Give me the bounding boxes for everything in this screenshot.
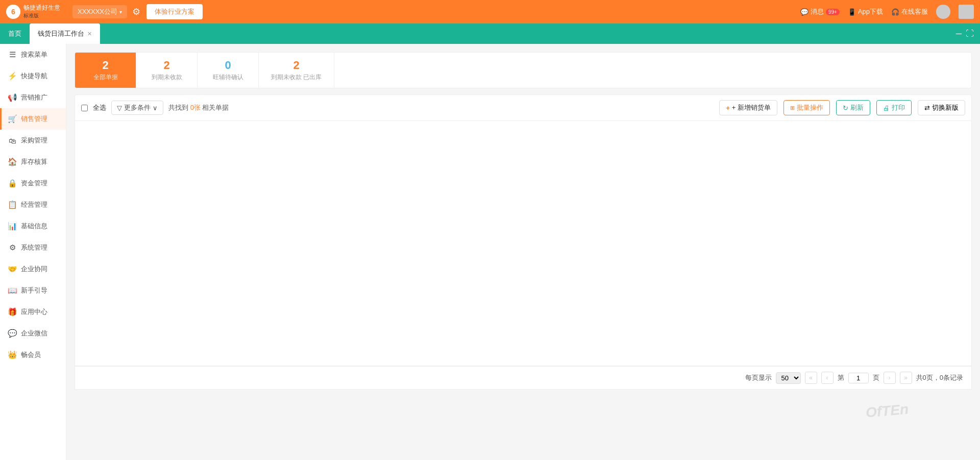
batch-operation-button[interactable]: ⊞ 批量操作 — [783, 100, 830, 115]
stats-tab-overdue[interactable]: 2 到期未收款 — [136, 53, 198, 88]
last-page-button[interactable]: » — [900, 372, 912, 384]
expand-icon[interactable]: ⛶ — [966, 29, 974, 38]
sidebar-item-wechat[interactable]: 💬 企业微信 — [0, 323, 66, 344]
settings-btn[interactable]: ⚙ — [132, 6, 140, 17]
sales-icon: 🛒 — [8, 114, 17, 124]
tab-workbench[interactable]: 钱货日清工作台 ✕ — [30, 23, 100, 44]
page-label: 第 — [838, 373, 844, 382]
message-badge: 99+ — [826, 9, 840, 15]
headset-icon: 🎧 — [891, 8, 899, 16]
tab-bar: 首页 钱货日清工作台 ✕ ─ ⛶ — [0, 23, 980, 44]
sidebar-item-marketing[interactable]: 📢 营销推广 — [0, 87, 66, 108]
page-size-select[interactable]: 50 — [776, 372, 801, 384]
stats-tabs: 2 全部单据 2 到期未收款 0 旺辅待确认 2 到期未收款 已出库 — [75, 52, 972, 88]
top-header: 6 畅捷通好生意 标准版 XXXXXX公司 ▾ ⚙ 体验行业方案 💬 消息 99… — [0, 0, 980, 23]
guide-icon: 📖 — [8, 286, 17, 295]
message-btn[interactable]: 💬 消息 99+ — [800, 7, 840, 16]
next-page-button[interactable]: › — [884, 372, 896, 384]
chevron-icon: ∨ — [153, 104, 158, 112]
wechat-icon: 💬 — [8, 329, 17, 338]
sidebar-item-enterprise[interactable]: 🤝 企业协同 — [0, 258, 66, 280]
filter-icon: ▽ — [117, 104, 122, 112]
purchase-icon: 🛍 — [8, 136, 17, 145]
finance-icon: 🔒 — [8, 179, 17, 188]
minimize-icon[interactable]: ─ — [956, 29, 962, 38]
refresh-button[interactable]: ↻ 刷新 — [836, 100, 870, 115]
sidebar-item-quicknav[interactable]: ⚡ 快捷导航 — [0, 65, 66, 87]
gear-icon: ⚙ — [132, 7, 140, 17]
company-selector[interactable]: XXXXXX公司 ▾ — [72, 5, 127, 18]
operation-icon: 📋 — [8, 200, 17, 209]
tab-bar-actions: ─ ⛶ — [956, 29, 980, 38]
sidebar-item-operation[interactable]: 📋 经营管理 — [0, 194, 66, 215]
chevron-down-icon: ▾ — [119, 9, 122, 15]
sidebar-item-search[interactable]: ☰ 搜索菜单 — [0, 44, 66, 65]
sidebar: ☰ 搜索菜单 ⚡ 快捷导航 📢 营销推广 🛒 销售管理 🛍 采购管理 🏠 库存核… — [0, 44, 66, 460]
enterprise-icon: 🤝 — [8, 264, 17, 274]
header-center: 体验行业方案 — [140, 4, 800, 19]
toolbar-right: + + 新增销货单 ⊞ 批量操作 ↻ 刷新 🖨 打印 ⇄ 切换新版 — [719, 100, 965, 115]
per-page-label: 每页显示 — [745, 373, 772, 382]
message-icon: 💬 — [800, 8, 808, 16]
logo-area: 6 畅捷通好生意 标准版 — [6, 4, 72, 19]
sidebar-item-sales[interactable]: 🛒 销售管理 — [0, 108, 66, 130]
found-text: 共找到 0张 相关单据 — [168, 103, 229, 112]
pagination: 每页显示 50 « ‹ 第 页 › » 共0页，0条记录 — [75, 366, 972, 390]
app-download-btn[interactable]: 📱 App下载 — [848, 7, 883, 16]
header-right: 💬 消息 99+ 📱 App下载 🎧 在线客服 — [800, 5, 974, 19]
print-button[interactable]: 🖨 打印 — [876, 100, 912, 115]
sidebar-item-apps[interactable]: 🎁 应用中心 — [0, 301, 66, 323]
sidebar-item-inventory[interactable]: 🏠 库存核算 — [0, 151, 66, 173]
tab-home[interactable]: 首页 — [0, 23, 30, 44]
avatar[interactable] — [936, 5, 950, 19]
online-service-btn[interactable]: 🎧 在线客服 — [891, 7, 928, 16]
download-icon: 📱 — [848, 8, 856, 16]
experience-button[interactable]: 体验行业方案 — [146, 4, 203, 19]
sidebar-item-basic[interactable]: 📊 基础信息 — [0, 215, 66, 237]
prev-page-button[interactable]: ‹ — [821, 372, 834, 384]
sidebar-item-purchase[interactable]: 🛍 采购管理 — [0, 130, 66, 151]
page-suffix: 页 — [873, 373, 879, 382]
app-name: 畅捷通好生意 标准版 — [23, 4, 60, 19]
filter-button[interactable]: ▽ 更多条件 ∨ — [111, 101, 163, 115]
quicknav-icon: ⚡ — [8, 71, 17, 81]
toolbar: 全选 ▽ 更多条件 ∨ 共找到 0张 相关单据 + + 新增销货单 ⊞ 批量操作 — [75, 94, 972, 121]
sidebar-item-guide[interactable]: 📖 新手引导 — [0, 280, 66, 301]
table-area — [75, 121, 972, 366]
found-count: 0张 — [190, 104, 201, 111]
logo-icon: 6 — [6, 5, 20, 19]
member-icon: 👑 — [8, 350, 17, 359]
print-icon: 🖨 — [883, 104, 890, 112]
marketing-icon: 📢 — [8, 93, 17, 102]
switch-icon: ⇄ — [924, 104, 930, 112]
tab-close-icon[interactable]: ✕ — [87, 31, 92, 37]
sidebar-item-system[interactable]: ⚙ 系统管理 — [0, 237, 66, 258]
first-page-button[interactable]: « — [805, 372, 817, 384]
user-menu[interactable] — [959, 5, 974, 19]
basic-icon: 📊 — [8, 222, 17, 231]
toolbar-left: 全选 ▽ 更多条件 ∨ 共找到 0张 相关单据 — [81, 101, 713, 115]
sidebar-item-member[interactable]: 👑 畅会员 — [0, 344, 66, 366]
company-name: XXXXXX公司 — [78, 7, 117, 16]
plus-icon: + — [726, 104, 730, 112]
search-icon: ☰ — [8, 50, 17, 59]
system-icon: ⚙ — [8, 243, 17, 252]
page-input[interactable] — [848, 373, 869, 383]
pagination-summary: 共0页，0条记录 — [916, 373, 963, 382]
switch-version-button[interactable]: ⇄ 切换新版 — [918, 100, 965, 115]
select-all-label: 全选 — [93, 103, 106, 112]
stats-tab-pending[interactable]: 0 旺辅待确认 — [198, 53, 259, 88]
stats-tab-overdue-shipped[interactable]: 2 到期未收款 已出库 — [259, 53, 334, 88]
main-content: 2 全部单据 2 到期未收款 0 旺辅待确认 2 到期未收款 已出库 全选 ▽ … — [66, 44, 980, 460]
batch-icon: ⊞ — [790, 105, 795, 111]
stats-tab-all[interactable]: 2 全部单据 — [75, 53, 136, 88]
new-order-button[interactable]: + + 新增销货单 — [719, 100, 777, 115]
refresh-icon: ↻ — [843, 104, 848, 112]
inventory-icon: 🏠 — [8, 157, 17, 166]
select-all-checkbox[interactable] — [81, 105, 88, 111]
apps-icon: 🎁 — [8, 307, 17, 317]
sidebar-item-finance[interactable]: 🔒 资金管理 — [0, 173, 66, 194]
